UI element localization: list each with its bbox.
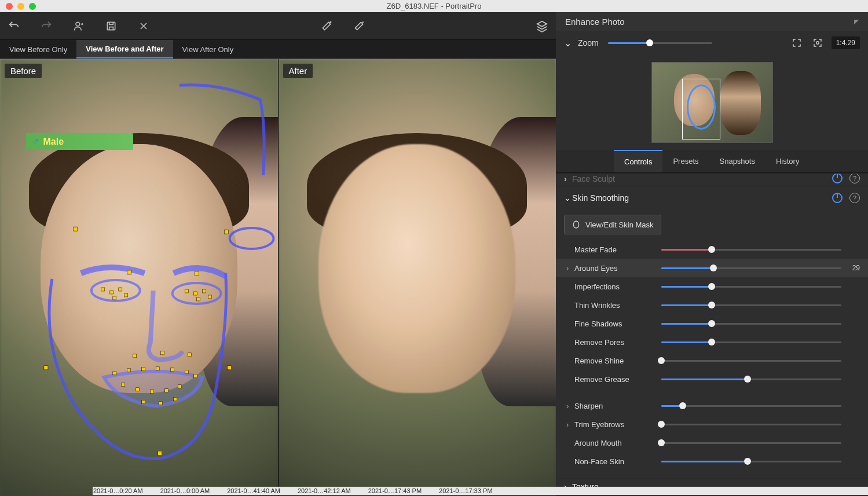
slider-remove-pores[interactable]: Remove Pores — [556, 333, 868, 351]
navigator-face-oval — [687, 84, 716, 130]
help-icon[interactable]: ? — [849, 173, 860, 183]
window-controls — [0, 3, 36, 10]
portrait-image — [0, 59, 278, 496]
power-icon[interactable] — [832, 173, 843, 183]
before-image[interactable]: Before ♂ Male — [0, 59, 279, 496]
titlebar: Z6D_6183.NEF - PortraitPro — [0, 0, 868, 12]
section-skin-smoothing-label: Skin Smoothing — [572, 193, 629, 203]
window-title: Z6D_6183.NEF - PortraitPro — [386, 2, 481, 10]
image-compare-pane: Before ♂ Male — [0, 59, 556, 496]
tab-controls[interactable]: Controls — [614, 150, 662, 172]
close-window[interactable] — [6, 3, 13, 10]
power-icon[interactable] — [832, 193, 843, 203]
panel-tabs: Controls Presets Snapshots History — [556, 150, 868, 173]
portrait-image-after — [279, 59, 556, 496]
save-icon[interactable] — [104, 19, 118, 33]
chevron-down-icon[interactable]: ⌄ — [564, 38, 572, 49]
svg-rect-1 — [107, 22, 115, 30]
tab-snapshots[interactable]: Snapshots — [709, 150, 766, 172]
zoom-label: Zoom — [578, 38, 599, 47]
dock-timestamps: 2021-0…0:20 AM 2021-0…0:00 AM 2021-0…41:… — [93, 487, 868, 495]
zoom-row: ⌄ Zoom 1:4.29 — [556, 31, 868, 54]
navigator-thumbnail[interactable] — [556, 54, 868, 150]
tab-history[interactable]: History — [766, 150, 810, 172]
section-skin-smoothing[interactable]: ⌄ Skin Smoothing ? — [556, 186, 868, 209]
section-face-sculpt-label: Face Sculpt — [572, 174, 615, 183]
editor-area: View Before Only View Before and After V… — [0, 12, 556, 496]
fit-face-icon[interactable] — [811, 36, 825, 50]
minimize-window[interactable] — [17, 3, 24, 10]
slider-sharpen[interactable]: ›Sharpen — [556, 396, 868, 415]
slider-fine-shadows[interactable]: Fine Shadows — [556, 314, 868, 333]
slider-around-eyes[interactable]: ›Around Eyes 29 — [556, 259, 868, 277]
after-image[interactable]: After — [279, 59, 556, 496]
before-label: Before — [5, 64, 42, 78]
controls-panel: Enhance Photo ◤ ⌄ Zoom 1:4.29 — [556, 12, 868, 496]
slider-around-mouth[interactable]: Around Mouth — [556, 433, 868, 452]
panel-expand-icon[interactable]: ◤ — [854, 18, 859, 25]
svg-point-40 — [816, 42, 819, 45]
slider-remove-shine[interactable]: Remove Shine — [556, 351, 868, 370]
undo-icon[interactable] — [7, 19, 21, 33]
tab-view-before-only[interactable]: View Before Only — [0, 40, 76, 58]
section-face-sculpt[interactable]: › Face Sculpt ? — [556, 173, 868, 186]
zoom-slider[interactable] — [608, 42, 712, 44]
zoom-ratio[interactable]: 1:4.29 — [832, 36, 860, 49]
after-label: After — [283, 64, 313, 78]
help-icon[interactable]: ? — [849, 193, 860, 203]
tab-presets[interactable]: Presets — [662, 150, 709, 172]
maximize-window[interactable] — [29, 3, 36, 10]
view-edit-skin-mask-button[interactable]: View/Edit Skin Mask — [564, 215, 661, 234]
slider-master-fade[interactable]: Master Fade — [556, 240, 868, 259]
panel-title-bar: Enhance Photo ◤ — [556, 12, 868, 31]
tab-view-after-only[interactable]: View After Only — [173, 40, 243, 58]
slider-remove-grease[interactable]: Remove Grease — [556, 370, 868, 388]
slider-imperfections[interactable]: Imperfections — [556, 277, 868, 296]
slider-trim-eyebrows[interactable]: ›Trim Eyebrows — [556, 415, 868, 433]
slider-non-face-skin[interactable]: Non-Face Skin — [556, 452, 868, 471]
skin-mask-label: View/Edit Skin Mask — [585, 221, 654, 229]
svg-point-0 — [76, 22, 80, 26]
redo-icon[interactable] — [39, 19, 53, 33]
fit-screen-icon[interactable] — [790, 36, 804, 50]
svg-point-41 — [573, 221, 578, 228]
slider-thin-wrinkles[interactable]: Thin Wrinkles — [556, 296, 868, 314]
brush-add-icon[interactable] — [320, 19, 334, 33]
layers-icon[interactable] — [535, 19, 549, 33]
close-icon[interactable] — [137, 19, 151, 33]
person-icon[interactable] — [72, 19, 86, 33]
tab-view-before-after[interactable]: View Before and After — [76, 40, 173, 58]
view-tabs: View Before Only View Before and After V… — [0, 40, 556, 59]
controls-sections: › Face Sculpt ? ⌄ Skin Smoothing ? View/… — [556, 173, 868, 496]
main-toolbar — [0, 12, 556, 40]
panel-title: Enhance Photo — [565, 17, 625, 27]
brush-remove-icon[interactable] — [352, 19, 366, 33]
